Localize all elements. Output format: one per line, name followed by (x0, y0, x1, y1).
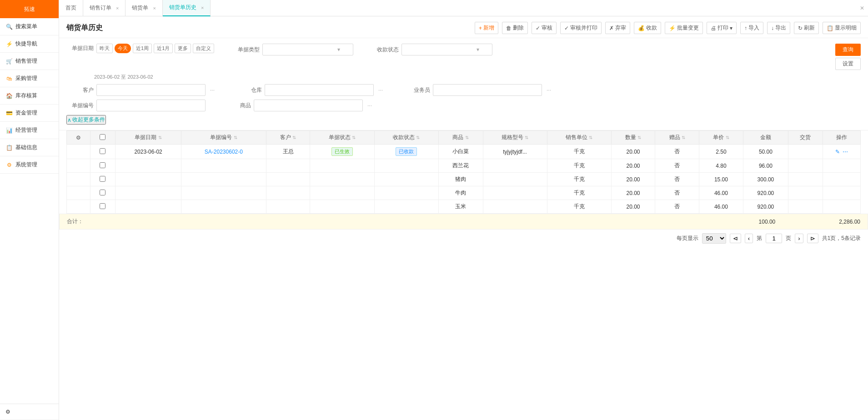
col-sales-unit[interactable]: 销售单位 ⇅ (547, 131, 611, 145)
goods-input[interactable] (254, 100, 363, 111)
tab-bar-close-all[interactable]: ✕ (860, 5, 868, 11)
warehouse-ellipsis[interactable]: ··· (376, 87, 385, 93)
col-spec[interactable]: 规格型号 ⇅ (483, 131, 547, 145)
sidebar-item-sales-mgmt[interactable]: 🛒 销售管理 (0, 53, 59, 70)
btn-add[interactable]: + 新增 (475, 22, 498, 34)
row-checkbox-cell[interactable] (90, 145, 115, 159)
col-doc-status[interactable]: 单据状态 ⇅ (310, 131, 374, 145)
btn-batch-change[interactable]: ⚡ 批量变更 (665, 22, 703, 34)
row-checkbox-cell[interactable] (90, 159, 115, 173)
btn-audit[interactable]: ✓ 审核 (532, 22, 557, 34)
tab-sales-goods-close[interactable]: × (153, 5, 156, 11)
btn-refresh[interactable]: ↻ 刷新 (794, 22, 819, 34)
warehouse-label: 仓库 (235, 86, 262, 94)
select-all-checkbox[interactable] (100, 134, 105, 140)
date-btn-yesterday[interactable]: 昨天 (96, 44, 113, 53)
set-button[interactable]: 设置 (835, 58, 861, 70)
sidebar-item-basic-info[interactable]: 📋 基础信息 (0, 139, 59, 156)
row-checkbox[interactable] (100, 148, 105, 154)
sidebar-item-sys-mgmt[interactable]: ⚙ 系统管理 (0, 156, 59, 174)
doc-no-input[interactable] (96, 100, 206, 111)
goods-ellipsis[interactable]: ··· (366, 102, 374, 109)
tab-sales-order-close[interactable]: × (116, 5, 119, 11)
date-btn-more[interactable]: 更多 (175, 44, 191, 53)
collect-status-input[interactable] (404, 45, 477, 55)
prev-page-btn[interactable]: ‹ (745, 234, 753, 243)
warehouse-input[interactable] (265, 84, 374, 96)
btn-export-label: 导出 (775, 24, 786, 32)
row-checkbox[interactable] (100, 176, 105, 182)
row-amount: 920.00 (743, 200, 788, 214)
collapse-button[interactable]: ∧ 收起更多条件 (66, 115, 106, 125)
btn-audit-print[interactable]: ✓ 审核并打印 (560, 22, 602, 34)
sidebar-item-stock-calc[interactable]: 🏠 库存核算 (0, 87, 59, 105)
date-btn-last7[interactable]: 近1周 (133, 44, 152, 53)
current-page-input[interactable] (766, 234, 782, 243)
row-checkbox[interactable] (100, 203, 105, 209)
salesperson-ellipsis[interactable]: ··· (545, 87, 553, 93)
more-btn[interactable]: ⋯ (843, 149, 848, 155)
search-form: 单据日期 昨天 今天 近1周 近1月 更多 自定义 单据类型 (59, 38, 868, 130)
date-buttons: 昨天 今天 近1周 近1月 更多 自定义 (96, 44, 214, 53)
first-page-btn[interactable]: ⊲ (730, 234, 741, 243)
page-label-post: 页 (786, 235, 791, 242)
col-transaction[interactable]: 交货 (788, 131, 823, 145)
per-page-select[interactable]: 50 100 200 (702, 233, 726, 244)
tab-sales-history-close[interactable]: × (201, 5, 204, 10)
next-page-btn[interactable]: › (795, 234, 803, 243)
date-btn-today[interactable]: 今天 (115, 44, 131, 53)
col-doc-date[interactable]: 单据日期 ⇅ (115, 131, 181, 145)
date-btn-last1month[interactable]: 近1月 (154, 44, 173, 53)
btn-discard[interactable]: ✗ 弃审 (605, 22, 630, 34)
table-row: 西兰花 千克 20.00 否 4.80 96.00 (67, 159, 861, 173)
col-qty[interactable]: 数量 ⇅ (611, 131, 655, 145)
col-customer[interactable]: 客户 ⇅ (266, 131, 310, 145)
customer-input[interactable] (96, 84, 206, 96)
btn-export[interactable]: ↓ 导出 (767, 22, 790, 34)
row-spec (483, 159, 547, 173)
sidebar-item-ops-mgmt[interactable]: 📊 经营管理 (0, 122, 59, 139)
sort-spec: ⇅ (525, 135, 528, 140)
collect-status-select-container[interactable]: ▾ (401, 44, 492, 55)
last-page-btn[interactable]: ⊳ (807, 234, 818, 243)
col-unit-price[interactable]: 单价 ⇅ (699, 131, 743, 145)
col-gear[interactable]: ⚙ (67, 131, 90, 145)
sidebar-item-search-menu[interactable]: 🔍 搜索菜单 (0, 18, 59, 35)
col-doc-no[interactable]: 单据编号 ⇅ (181, 131, 266, 145)
doc-type-select-container[interactable]: ▾ (262, 44, 353, 55)
doc-type-input[interactable] (265, 45, 337, 55)
row-checkbox-cell[interactable] (90, 173, 115, 186)
doc-no-link[interactable]: SA-20230602-0 (205, 149, 243, 155)
btn-print[interactable]: 🖨 打印 ▾ (707, 22, 737, 34)
tab-sales-goods[interactable]: 销货单 × (125, 0, 162, 16)
salesperson-input[interactable] (433, 84, 542, 96)
sidebar-settings-btn[interactable]: ⚙ (0, 404, 59, 420)
tab-sales-history-label: 销货单历史 (169, 4, 196, 11)
btn-import[interactable]: ↑ 导入 (740, 22, 763, 34)
sidebar-item-purchase-mgmt[interactable]: 🛍 采购管理 (0, 70, 59, 87)
row-checkbox-cell[interactable] (90, 186, 115, 200)
row-checkbox-cell[interactable] (90, 200, 115, 214)
query-button[interactable]: 查询 (835, 44, 861, 56)
row-qty: 20.00 (611, 145, 655, 159)
btn-collect[interactable]: 💰 收款 (634, 22, 661, 34)
sidebar-item-fund-mgmt[interactable]: 💳 资金管理 (0, 105, 59, 122)
row-doc-date (115, 159, 181, 173)
btn-show-detail[interactable]: 📋 显示明细 (823, 22, 861, 34)
tab-sales-history[interactable]: 销货单历史 × (163, 0, 211, 16)
col-gift[interactable]: 赠品 ⇅ (655, 131, 699, 145)
col-goods[interactable]: 商品 ⇅ (438, 131, 483, 145)
row-gear-cell (67, 186, 90, 200)
date-btn-custom[interactable]: 自定义 (193, 44, 214, 53)
btn-delete[interactable]: 🗑 删除 (502, 22, 528, 34)
customer-ellipsis[interactable]: ··· (208, 87, 216, 93)
edit-btn[interactable]: ✎ (835, 149, 840, 155)
tab-sales-order[interactable]: 销售订单 × (83, 0, 125, 16)
col-collect-status[interactable]: 收款状态 ⇅ (374, 131, 438, 145)
tab-home[interactable]: 首页 (59, 0, 83, 16)
sidebar-item-quick-nav[interactable]: ⚡ 快捷导航 (0, 35, 59, 53)
row-checkbox[interactable] (100, 162, 105, 168)
col-amount[interactable]: 金额 (743, 131, 788, 145)
row-checkbox[interactable] (100, 190, 105, 195)
col-checkbox[interactable] (90, 131, 115, 145)
